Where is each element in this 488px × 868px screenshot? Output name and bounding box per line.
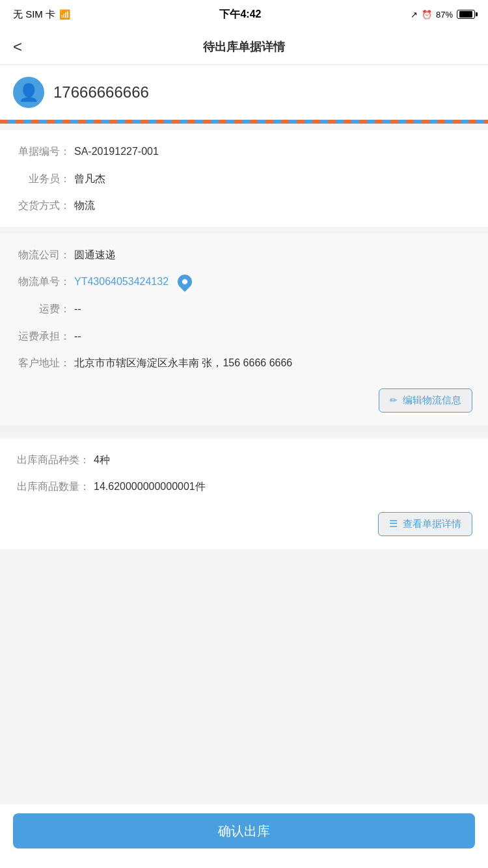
goods-quantity-label: 出库商品数量： <box>16 478 94 495</box>
delivery-value: 物流 <box>74 197 472 214</box>
wifi-icon: 📶 <box>59 9 70 20</box>
salesman-label: 业务员： <box>16 170 74 187</box>
address-label: 客户地址： <box>16 355 74 372</box>
delivery-label: 交货方式： <box>16 197 74 214</box>
tracking-location-icon[interactable] <box>174 272 195 292</box>
salesman-row: 业务员： 曾凡杰 <box>16 170 472 187</box>
freight-value: -- <box>74 301 472 318</box>
goods-section: 出库商品种类： 4种 出库商品数量： 14.620000000000001件 ☰… <box>0 439 488 549</box>
goods-types-row: 出库商品种类： 4种 <box>16 452 472 468</box>
tracking-row: 物流单号： YT43064053424132 <box>16 273 472 290</box>
view-detail-button[interactable]: ☰ 查看单据详情 <box>378 512 472 536</box>
freight-bear-label: 运费承担： <box>16 328 74 345</box>
address-value: 北京市市辖区海淀区永丰南 张，156 6666 6666 <box>74 355 472 372</box>
view-detail-label: 查看单据详情 <box>403 518 461 530</box>
company-value: 圆通速递 <box>74 247 472 264</box>
edit-btn-row: ✏ 编辑物流信息 <box>16 382 472 413</box>
battery-percent: 87% <box>436 10 453 20</box>
customer-phone: 17666666666 <box>53 83 149 102</box>
freight-label: 运费： <box>16 301 74 318</box>
confirm-btn-wrap: 确认出库 <box>0 804 488 868</box>
page-title: 待出库单据详情 <box>203 39 285 55</box>
order-no-label: 单据编号： <box>16 143 74 160</box>
goods-types-value: 4种 <box>94 452 472 468</box>
tracking-label: 物流单号： <box>16 273 74 290</box>
back-button[interactable]: < <box>13 39 22 55</box>
delivery-row: 交货方式： 物流 <box>16 197 472 214</box>
address-row: 客户地址： 北京市市辖区海淀区永丰南 张，156 6666 6666 <box>16 355 472 372</box>
salesman-value: 曾凡杰 <box>74 170 472 187</box>
edit-icon: ✏ <box>390 395 398 405</box>
freight-bear-row: 运费承担： -- <box>16 328 472 345</box>
status-time: 下午4:42 <box>219 8 261 21</box>
person-icon: 👤 <box>18 83 39 103</box>
order-no-value: SA-20191227-001 <box>74 143 472 160</box>
goods-types-label: 出库商品种类： <box>16 452 94 468</box>
company-label: 物流公司： <box>16 247 74 264</box>
nav-bar: < 待出库单据详情 <box>0 29 488 65</box>
confirm-btn-label: 确认出库 <box>218 822 270 840</box>
company-row: 物流公司： 圆通速递 <box>16 247 472 264</box>
confirm-outbound-button[interactable]: 确认出库 <box>13 813 475 848</box>
tracking-value: YT43064053424132 <box>74 273 472 290</box>
bottom-spacer <box>0 556 488 686</box>
avatar: 👤 <box>13 77 44 108</box>
list-icon: ☰ <box>389 518 398 530</box>
separator-1 <box>0 426 488 432</box>
dashed-divider <box>0 120 488 124</box>
view-btn-row: ☰ 查看单据详情 <box>16 506 472 536</box>
freight-row: 运费： -- <box>16 301 472 318</box>
edit-logistics-label: 编辑物流信息 <box>403 394 461 407</box>
carrier-text: 无 SIM 卡 <box>13 8 55 21</box>
status-bar: 无 SIM 卡 📶 下午4:42 ↗ ⏰ 87% <box>0 0 488 29</box>
customer-header: 👤 17666666666 <box>0 65 488 120</box>
goods-quantity-row: 出库商品数量： 14.620000000000001件 <box>16 478 472 495</box>
logistics-section: 物流公司： 圆通速递 物流单号： YT43064053424132 运费： --… <box>0 234 488 426</box>
status-left: 无 SIM 卡 📶 <box>13 8 70 21</box>
alarm-icon: ⏰ <box>422 10 432 20</box>
order-no-row: 单据编号： SA-20191227-001 <box>16 143 472 160</box>
basic-info-section: 单据编号： SA-20191227-001 业务员： 曾凡杰 交货方式： 物流 <box>0 130 488 227</box>
battery-icon <box>457 10 475 19</box>
edit-logistics-button[interactable]: ✏ 编辑物流信息 <box>379 388 472 413</box>
goods-quantity-value: 14.620000000000001件 <box>94 478 472 495</box>
location-indicator: ↗ <box>411 10 418 20</box>
freight-bear-value: -- <box>74 328 472 345</box>
status-right: ↗ ⏰ 87% <box>411 10 475 20</box>
